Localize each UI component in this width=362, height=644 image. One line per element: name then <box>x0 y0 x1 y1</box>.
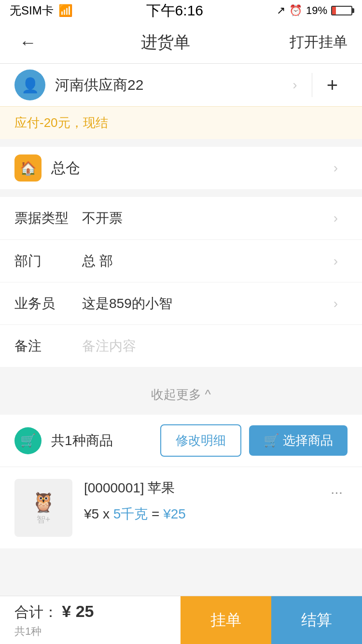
warehouse-name: 总仓 <box>51 158 334 178</box>
product-name: [0000001] 苹果 <box>84 479 326 497</box>
supplier-avatar: 👤 <box>14 70 45 100</box>
status-signal: 无SIM卡 📶 <box>10 3 73 18</box>
products-count: 共1种商品 <box>51 432 160 450</box>
edit-details-button[interactable]: 修改明细 <box>160 424 241 457</box>
product-price: ¥5 x 5千克 = ¥25 <box>84 505 326 523</box>
product-code: [0000001] <box>84 480 148 495</box>
signal-text: 无SIM卡 <box>10 3 54 18</box>
more-button[interactable]: ··· <box>326 479 348 505</box>
battery-text: 19% <box>306 4 327 17</box>
divider <box>312 73 312 97</box>
unit-price: ¥5 x <box>84 506 113 521</box>
alarm-icon: ⏰ <box>289 4 302 17</box>
select-icon: 🛒 <box>264 433 279 448</box>
owl-icon: 🦉 <box>31 491 56 514</box>
open-hang-button[interactable]: 打开挂单 <box>290 32 348 52</box>
salesman-label: 业务员 <box>14 294 72 313</box>
salesman-row[interactable]: 业务员 这是859的小智 › <box>0 282 362 324</box>
warehouse-chevron-icon: › <box>334 160 338 176</box>
supplier-row[interactable]: 👤 河南供应商22 › + <box>0 64 362 106</box>
dept-label: 部门 <box>14 252 72 270</box>
add-button[interactable]: + <box>317 70 348 101</box>
total-main: 合计： ¥ 25 <box>14 602 166 622</box>
product-title: 苹果 <box>148 480 175 495</box>
invoice-chevron-icon: › <box>334 210 338 226</box>
invoice-row[interactable]: 票据类型 不开票 › <box>0 197 362 239</box>
total-section: 合计： ¥ 25 共1种 <box>0 596 181 644</box>
product-thumbnail: 🦉 智+ <box>14 479 72 537</box>
product-info: [0000001] 苹果 ¥5 x 5千克 = ¥25 <box>84 479 326 523</box>
hang-button[interactable]: 挂单 <box>181 596 271 644</box>
equals: = <box>148 506 163 521</box>
note-row[interactable]: 备注 备注内容 <box>0 324 362 367</box>
status-time: 下午6:16 <box>146 1 203 21</box>
supplier-section: 👤 河南供应商22 › + 应付-20元，现结 <box>0 64 362 139</box>
avatar-icon: 👤 <box>21 77 39 94</box>
product-item: 🦉 智+ [0000001] 苹果 ¥5 x 5千克 = ¥25 ··· <box>0 467 362 548</box>
products-header: 🛒 共1种商品 修改明细 🛒 选择商品 <box>0 415 362 466</box>
thumb-label: 智+ <box>37 514 51 525</box>
alert-bar: 应付-20元，现结 <box>0 106 362 139</box>
dept-row[interactable]: 部门 总 部 › <box>0 239 362 282</box>
cart-icon: 🛒 <box>20 433 36 448</box>
select-product-button[interactable]: 🛒 选择商品 <box>249 425 348 456</box>
warehouse-section: 🏠 总仓 › <box>0 147 362 189</box>
salesman-chevron-icon: › <box>334 296 338 311</box>
wifi-icon: 📶 <box>58 4 73 17</box>
status-bar: 无SIM卡 📶 下午6:16 ↗ ⏰ 19% <box>0 0 362 21</box>
note-input[interactable]: 备注内容 <box>72 337 348 355</box>
checkout-button[interactable]: 结算 <box>271 596 362 644</box>
back-button[interactable]: ← <box>14 28 42 57</box>
warehouse-icon: 🏠 <box>14 154 42 182</box>
invoice-label: 票据类型 <box>14 209 72 227</box>
total-price: ¥25 <box>163 506 186 521</box>
collapse-bar[interactable]: 收起更多 ^ <box>0 375 362 415</box>
products-icon: 🛒 <box>14 427 42 454</box>
quantity: 5千克 <box>113 506 148 521</box>
dept-chevron-icon: › <box>334 253 338 269</box>
total-sub: 共1种 <box>14 624 166 639</box>
dept-value: 总 部 <box>72 252 334 270</box>
nav-bar: ← 进货单 打开挂单 <box>0 21 362 64</box>
location-icon: ↗ <box>277 4 285 17</box>
bottom-bar: 合计： ¥ 25 共1种 挂单 结算 <box>0 596 362 644</box>
battery-icon <box>331 6 352 15</box>
total-label: 合计： <box>14 604 58 620</box>
invoice-value: 不开票 <box>72 209 334 227</box>
note-label: 备注 <box>14 337 72 355</box>
main-content: 👤 河南供应商22 › + 应付-20元，现结 🏠 总仓 › 票据类型 不开票 … <box>0 64 362 598</box>
total-amount: ¥ 25 <box>62 602 94 620</box>
supplier-chevron-icon: › <box>292 77 297 93</box>
supplier-name: 河南供应商22 <box>55 75 292 95</box>
form-section: 票据类型 不开票 › 部门 总 部 › 业务员 这是859的小智 › 备注 备注… <box>0 197 362 367</box>
page-title: 进货单 <box>141 31 190 54</box>
salesman-value: 这是859的小智 <box>72 294 334 313</box>
warehouse-row[interactable]: 🏠 总仓 › <box>0 147 362 189</box>
status-right: ↗ ⏰ 19% <box>277 4 352 17</box>
